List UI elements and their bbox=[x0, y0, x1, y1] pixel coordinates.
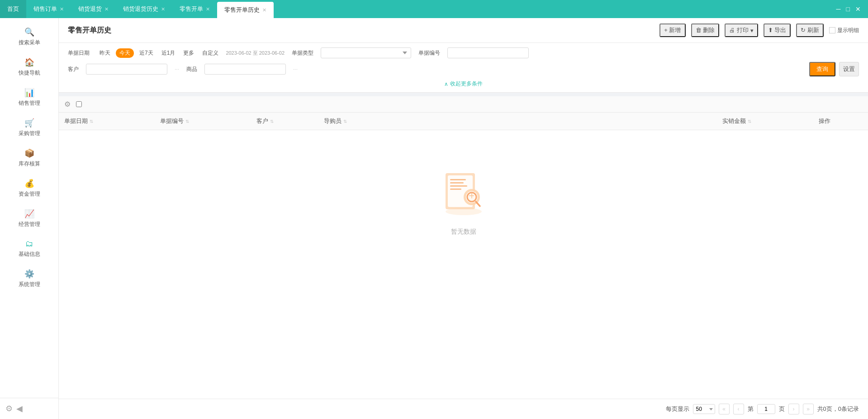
tab-sales-order-label: 销售订单 bbox=[33, 5, 57, 13]
print-dropdown-icon[interactable]: ▾ bbox=[750, 27, 754, 34]
doc-type-select[interactable] bbox=[321, 47, 411, 58]
window-minimize-btn[interactable]: ─ bbox=[836, 5, 841, 13]
page-title: 零售开单历史 bbox=[68, 26, 111, 35]
sidebar-item-quick-nav-label: 快捷导航 bbox=[19, 69, 40, 77]
sidebar-item-finance[interactable]: 💰 资金管理 bbox=[0, 173, 58, 203]
add-button[interactable]: + 新增 bbox=[659, 24, 685, 37]
tab-home[interactable]: 首页 bbox=[0, 0, 26, 18]
settings-bottom-icon[interactable]: ⚙ bbox=[5, 404, 13, 414]
sidebar-item-sales[interactable]: 📊 销售管理 bbox=[0, 82, 58, 113]
filter-row-1: 单据日期 昨天 今天 近7天 近1月 更多 自定义 2023-06-02 至 2… bbox=[68, 47, 859, 58]
sidebar-item-quick-nav[interactable]: 🏠 快捷导航 bbox=[0, 52, 58, 82]
tab-sales-return[interactable]: 销货退货 ✕ bbox=[71, 0, 116, 18]
sidebar-item-system[interactable]: ⚙️ 系统管理 bbox=[0, 264, 58, 294]
table-settings-icon[interactable]: ⚙ bbox=[64, 100, 71, 108]
date-btn-custom[interactable]: 自定义 bbox=[199, 48, 221, 58]
doc-number-input[interactable] bbox=[447, 47, 529, 58]
tab-sales-return-label: 销货退货 bbox=[78, 5, 102, 13]
page-suffix-label: 页 bbox=[779, 405, 785, 413]
tab-sales-return-close[interactable]: ✕ bbox=[104, 6, 109, 12]
sidebar-item-system-label: 系统管理 bbox=[19, 281, 40, 288]
next-page-btn[interactable]: › bbox=[788, 404, 799, 414]
col-salesperson[interactable]: 导购员 ⇅ bbox=[318, 113, 400, 130]
sidebar-item-basic-info[interactable]: 🗂 基础信息 bbox=[0, 234, 58, 264]
select-all-checkbox[interactable] bbox=[76, 101, 82, 107]
sort-amount-icon[interactable]: ⇅ bbox=[748, 119, 751, 124]
empty-state: 暂无数据 bbox=[59, 130, 868, 272]
tab-sales-order[interactable]: 销售订单 ✕ bbox=[26, 0, 71, 18]
tab-sales-return-history[interactable]: 销货退货历史 ✕ bbox=[116, 0, 172, 18]
date-btn-last-month[interactable]: 近1月 bbox=[159, 48, 178, 58]
empty-state-row: 暂无数据 bbox=[59, 130, 868, 273]
date-btn-more[interactable]: 更多 bbox=[180, 48, 197, 58]
page-number-input[interactable]: 1 bbox=[757, 404, 775, 414]
data-table: 单据日期 ⇅ 单据编号 ⇅ 客户 ⇅ 导购员 bbox=[59, 113, 868, 272]
date-btn-yesterday[interactable]: 昨天 bbox=[97, 48, 113, 58]
date-range-display: 2023-06-02 至 2023-06-02 bbox=[226, 50, 285, 56]
tab-retail-open-history-label: 零售开单历史 bbox=[224, 6, 260, 14]
tab-retail-open-history-close[interactable]: ✕ bbox=[262, 7, 266, 13]
customer-ellipsis: ··· bbox=[175, 66, 179, 72]
add-label: + 新增 bbox=[664, 26, 681, 34]
sidebar-bottom: ⚙ ◀ bbox=[0, 398, 58, 419]
collapse-sidebar-icon[interactable]: ◀ bbox=[16, 404, 23, 414]
sidebar-item-search[interactable]: 🔍 搜索采单 bbox=[0, 22, 58, 52]
svg-rect-3 bbox=[450, 179, 466, 180]
col-amount[interactable] bbox=[400, 113, 717, 130]
delete-button[interactable]: 🗑 删除 bbox=[691, 24, 720, 37]
per-page-select[interactable]: 10 20 50 100 bbox=[693, 404, 715, 414]
sidebar-item-inventory[interactable]: 📦 库存核算 bbox=[0, 143, 58, 173]
tab-retail-open-history[interactable]: 零售开单历史 ✕ bbox=[217, 2, 274, 18]
window-close-btn[interactable]: ✕ bbox=[855, 5, 861, 13]
sort-number-icon[interactable]: ⇅ bbox=[185, 119, 189, 124]
svg-rect-6 bbox=[450, 188, 461, 190]
col-date[interactable]: 单据日期 ⇅ bbox=[59, 113, 155, 130]
table-toolbar: ⚙ bbox=[59, 96, 868, 113]
tab-sales-return-history-close[interactable]: ✕ bbox=[161, 6, 165, 12]
tab-retail-open-close[interactable]: ✕ bbox=[206, 6, 210, 12]
col-amount-label[interactable]: 实销金额 ⇅ bbox=[717, 113, 813, 130]
refresh-button[interactable]: ↻ 刷新 bbox=[796, 24, 824, 37]
total-info: 共0页，0条记录 bbox=[817, 405, 859, 413]
sort-date-icon[interactable]: ⇅ bbox=[90, 119, 93, 124]
search-icon: 🔍 bbox=[24, 27, 34, 37]
settings-filter-button[interactable]: 设置 bbox=[839, 62, 859, 76]
prev-page-btn[interactable]: ‹ bbox=[733, 404, 744, 414]
tab-retail-open[interactable]: 零售开单 ✕ bbox=[172, 0, 217, 18]
sort-customer-icon[interactable]: ⇅ bbox=[270, 119, 274, 124]
date-filter-label: 单据日期 bbox=[68, 49, 90, 57]
print-button[interactable]: 🖨 打印 ▾ bbox=[725, 24, 758, 37]
window-maximize-btn[interactable]: □ bbox=[846, 5, 850, 13]
collapse-filter-btn[interactable]: ∧ 收起更多条件 bbox=[444, 80, 483, 88]
doc-type-label: 单据类型 bbox=[292, 49, 313, 57]
system-icon: ⚙️ bbox=[24, 269, 34, 279]
show-detail-checkbox[interactable] bbox=[829, 27, 835, 33]
sidebar-item-operations[interactable]: 📈 经营管理 bbox=[0, 203, 58, 234]
col-customer[interactable]: 客户 ⇅ bbox=[251, 113, 318, 130]
refresh-label: ↻ 刷新 bbox=[801, 26, 819, 34]
page-header: 零售开单历史 + 新增 🗑 删除 🖨 打印 ▾ ⬆ 导出 ↻ 刷新 bbox=[59, 18, 868, 43]
page-prefix-label: 第 bbox=[748, 405, 754, 413]
first-page-btn[interactable]: « bbox=[719, 404, 730, 414]
col-number[interactable]: 单据编号 ⇅ bbox=[155, 113, 251, 130]
header-actions: + 新增 🗑 删除 🖨 打印 ▾ ⬆ 导出 ↻ 刷新 显示明细 bbox=[659, 24, 859, 37]
customer-input[interactable] bbox=[86, 64, 167, 75]
empty-state-illustration bbox=[436, 166, 491, 221]
sidebar-item-basic-info-label: 基础信息 bbox=[19, 250, 40, 258]
main-layout: 🔍 搜索采单 🏠 快捷导航 📊 销售管理 🛒 采购管理 📦 库存核算 💰 资金管… bbox=[0, 18, 868, 419]
export-button[interactable]: ⬆ 导出 bbox=[764, 24, 791, 37]
date-btn-last7[interactable]: 近7天 bbox=[137, 48, 156, 58]
sort-salesperson-icon[interactable]: ⇅ bbox=[343, 119, 347, 124]
top-tabbar: 首页 销售订单 ✕ 销货退货 ✕ 销货退货历史 ✕ 零售开单 ✕ 零售开单历史 … bbox=[0, 0, 868, 18]
date-btn-today[interactable]: 今天 bbox=[116, 48, 134, 58]
show-detail-label: 显示明细 bbox=[829, 27, 859, 34]
last-page-btn[interactable]: » bbox=[803, 404, 814, 414]
filter-bar: 单据日期 昨天 今天 近7天 近1月 更多 自定义 2023-06-02 至 2… bbox=[59, 43, 868, 93]
product-input[interactable] bbox=[204, 64, 286, 75]
tab-sales-order-close[interactable]: ✕ bbox=[60, 6, 64, 12]
tab-home-label: 首页 bbox=[7, 5, 19, 13]
sidebar-item-purchase[interactable]: 🛒 采购管理 bbox=[0, 113, 58, 143]
query-button[interactable]: 查询 bbox=[809, 62, 835, 76]
sales-icon: 📊 bbox=[24, 88, 34, 98]
doc-number-label: 单据编号 bbox=[418, 49, 440, 57]
